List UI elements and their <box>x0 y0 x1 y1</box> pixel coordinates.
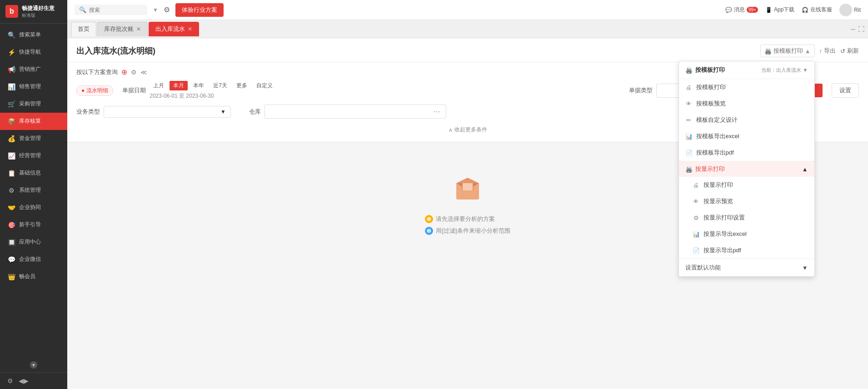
online-service-label: 在线客服 <box>810 6 832 14</box>
basic-icon: 📋 <box>7 169 15 177</box>
finance-icon: 💰 <box>7 135 15 143</box>
svg-rect-2 <box>462 183 473 190</box>
tab-flow[interactable]: 出入库流水 ✕ <box>149 22 199 36</box>
tab-batch-close[interactable]: ✕ <box>136 26 141 32</box>
sidebar-item-basic[interactable]: 📋 基础信息 <box>0 165 67 182</box>
display-section-label: 🖨️ 按显示打印 <box>685 165 725 173</box>
user-menu[interactable]: Rit <box>839 4 861 16</box>
panel-item-display-settings[interactable]: ⚙ 按显示打印设置 <box>679 209 814 226</box>
panel-display-excel-label: 按显示导出excel <box>703 230 747 238</box>
panel-item-display-excel[interactable]: 📊 按显示导出excel <box>679 226 814 242</box>
filter-add-icon[interactable]: ⊕ <box>121 68 127 76</box>
export-button[interactable]: ↑ 导出 <box>819 47 836 55</box>
tab-flow-close[interactable]: ✕ <box>188 26 192 32</box>
date-pill-this-year[interactable]: 本年 <box>190 81 208 90</box>
print-icon: 🖨️ <box>764 48 772 55</box>
sidebar-item-label-system: 系统管理 <box>19 186 41 194</box>
warehouse-more[interactable]: ⋯ <box>433 107 441 116</box>
panel-item-display-pdf[interactable]: 📄 按显示导出pdf <box>679 242 814 259</box>
message-button[interactable]: 💬 消息 99+ <box>725 6 758 14</box>
date-pill-custom[interactable]: 自定义 <box>253 81 276 90</box>
tab-flow-label: 出入库流水 <box>155 25 185 33</box>
business-type-arrow[interactable]: ▼ <box>220 109 226 115</box>
sidebar-item-finance[interactable]: 💰 资金管理 <box>0 130 67 147</box>
sidebar-scroll-down[interactable]: ▼ <box>30 361 37 369</box>
sidebar-item-marketing[interactable]: 📢 营销推广 <box>0 61 67 78</box>
sidebar-item-wechat[interactable]: 💬 企业微信 <box>0 251 67 268</box>
tab-home[interactable]: 首页 <box>71 22 96 36</box>
tip-number-1: ❶ <box>425 215 433 223</box>
panel-item-template-print[interactable]: 🖨 按模板打印 <box>679 79 814 95</box>
tab-maximize-icon[interactable]: ⛶ <box>858 25 864 33</box>
sidebar-item-sales[interactable]: 📊 销售管理 <box>0 78 67 95</box>
sidebar-item-operation[interactable]: 📈 经营管理 <box>0 147 67 165</box>
sidebar-nav: 🔍 搜索菜单 ⚡ 快捷导航 📢 营销推广 📊 销售管理 🛒 采购管理 📦 库存核… <box>0 24 67 358</box>
panel-template-preview-label: 按模板预览 <box>696 100 726 108</box>
online-service-button[interactable]: 🎧 在线客服 <box>802 6 832 14</box>
collapse-sidebar-icon[interactable]: ◀▶ <box>19 377 29 384</box>
date-pill-this-month[interactable]: 本月 <box>170 81 188 90</box>
search-icon: 🔍 <box>7 31 15 39</box>
marketing-icon: 📢 <box>7 65 15 74</box>
vip-icon: 👑 <box>7 273 15 281</box>
display-settings-icon: ⚙ <box>693 214 700 221</box>
user-name: Rit <box>854 7 861 13</box>
tab-expand-controls: ─ ⛶ <box>851 25 864 33</box>
warehouse-select[interactable]: ⋯ <box>264 105 446 119</box>
panel-item-display-preview[interactable]: 👁 按显示预览 <box>679 193 814 209</box>
print-dropdown-arrow[interactable]: ▲ <box>805 48 811 55</box>
refresh-icon: ↺ <box>840 48 845 55</box>
sidebar-item-appstore[interactable]: 🔲 应用中心 <box>0 234 67 251</box>
headset-icon: 🎧 <box>802 7 808 13</box>
tab-minimize-icon[interactable]: ─ <box>851 25 855 33</box>
sidebar-item-system[interactable]: ⚙ 系统管理 <box>0 182 67 199</box>
app-download-icon: 📱 <box>765 7 772 13</box>
filter-setting-icon[interactable]: ⚙ <box>131 69 137 76</box>
panel-item-template-excel[interactable]: 📊 按模板导出excel <box>679 128 814 145</box>
sidebar-item-newbie[interactable]: 🎯 新手引导 <box>0 216 67 234</box>
sidebar-item-inventory[interactable]: 📦 库存核算 <box>0 113 67 130</box>
current-dropdown-arrow[interactable]: ▼ <box>803 67 808 73</box>
sidebar-item-shortcut[interactable]: ⚡ 快捷导航 <box>0 44 67 61</box>
sidebar-item-vip[interactable]: 👑 畅会员 <box>0 268 67 285</box>
sidebar-footer: ⚙ ◀▶ <box>0 372 67 389</box>
refresh-button[interactable]: ↺ 刷新 <box>840 47 859 55</box>
topbar-dropdown-icon[interactable]: ▼ <box>153 7 158 13</box>
date-pill-7days[interactable]: 近7天 <box>210 81 231 90</box>
display-section-arrow[interactable]: ▲ <box>802 166 808 173</box>
sidebar-item-label-basic: 基础信息 <box>19 169 41 177</box>
settings-footer-icon[interactable]: ⚙ <box>7 377 13 384</box>
panel-item-template-pdf[interactable]: 📄 按模板导出pdf <box>679 145 814 161</box>
brand-info: 畅捷通好生意 标准版 <box>22 5 55 19</box>
panel-display-pdf-label: 按显示导出pdf <box>703 246 741 254</box>
sidebar-item-purchase[interactable]: 🛒 采购管理 <box>0 95 67 113</box>
panel-footer-default[interactable]: 设置默认功能 ▼ <box>679 259 814 276</box>
search-input[interactable] <box>89 7 135 13</box>
print-dropdown-panel: 🖨️ 按模板打印 当前：出入库流水 ▼ 🖨 按模板打印 <box>678 61 815 277</box>
panel-item-display-print[interactable]: 🖨 按显示打印 <box>679 177 814 193</box>
panel-display-print-label: 按显示打印 <box>703 181 733 189</box>
print-template-button[interactable]: 🖨️ 按模板打印 ▲ <box>760 45 815 57</box>
trial-button[interactable]: 体验行业方案 <box>175 3 224 17</box>
topbar-gear-icon[interactable]: ⚙ <box>164 5 170 14</box>
appstore-icon: 🔲 <box>7 238 15 246</box>
search-bar[interactable]: 🔍 <box>75 5 147 15</box>
sidebar-item-enterprise[interactable]: 🤝 企业协同 <box>0 199 67 216</box>
empty-tips: ❶ 请先选择要分析的方案 ❷ 用[过滤]条件来缩小分析范围 <box>425 213 510 237</box>
app-download-button[interactable]: 📱 App下载 <box>765 6 794 14</box>
business-type-select[interactable]: ▼ <box>104 106 231 118</box>
panel-item-template-preview[interactable]: 👁 按模板预览 <box>679 95 814 112</box>
tab-batch[interactable]: 库存批次账 ✕ <box>97 22 148 36</box>
date-pill-more[interactable]: 更多 <box>233 81 251 90</box>
sidebar-item-label-marketing: 营销推广 <box>19 65 41 73</box>
panel-item-template-custom[interactable]: ✏ 模板自定义设计 <box>679 112 814 128</box>
filter-collapse-icon[interactable]: ≪ <box>140 69 147 76</box>
collapse-label: 收起更多条件 <box>454 126 487 134</box>
filter-tag[interactable]: ● 流水明细 <box>76 85 113 96</box>
warehouse-filter: 仓库 ⋯ <box>249 105 446 119</box>
sidebar-item-search[interactable]: 🔍 搜索菜单 <box>0 26 67 44</box>
shortcut-icon: ⚡ <box>7 48 15 56</box>
settings-button[interactable]: 设置 <box>832 83 859 98</box>
date-pill-last-month[interactable]: 上月 <box>150 81 168 90</box>
sidebar-item-label-appstore: 应用中心 <box>19 238 41 246</box>
